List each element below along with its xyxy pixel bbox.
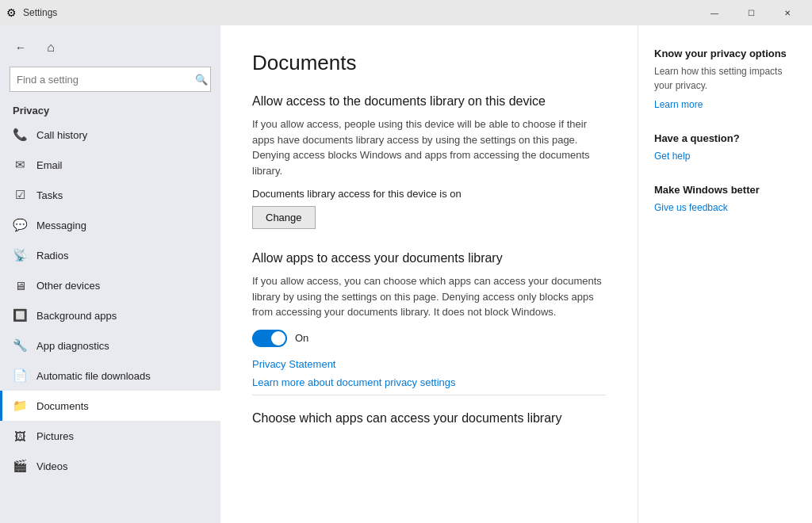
toggle-label: On	[295, 332, 308, 344]
sidebar-item-label: Messaging	[36, 220, 86, 231]
right-section-feedback: Make Windows better Give us feedback	[654, 184, 796, 213]
sidebar-item-label: Automatic file downloads	[36, 370, 151, 382]
right-section-privacy-title: Know your privacy options	[654, 48, 796, 59]
minimize-button[interactable]: —	[696, 0, 733, 25]
section1-status: Documents library access for this device…	[252, 188, 606, 200]
sidebar-item-label: Pictures	[36, 430, 74, 442]
section2-description: If you allow access, you can choose whic…	[252, 273, 606, 320]
sidebar-item-app-diagnostics[interactable]: 🔧 App diagnostics	[0, 330, 220, 361]
sidebar-item-automatic-file-downloads[interactable]: 📄 Automatic file downloads	[0, 361, 220, 391]
section1-description: If you allow access, people using this d…	[252, 116, 606, 178]
documents-icon: 📁	[13, 399, 27, 413]
right-section-question-title: Have a question?	[654, 132, 796, 144]
section-divider	[252, 395, 606, 395]
section1-title: Allow access to the documents library on…	[252, 94, 606, 109]
sidebar-item-background-apps[interactable]: 🔲 Background apps	[0, 300, 220, 330]
title-bar: ⚙ Settings — ☐ ✕	[0, 0, 812, 25]
title-bar-left: ⚙ Settings	[6, 6, 57, 19]
search-icon[interactable]: 🔍	[195, 74, 208, 86]
privacy-statement-link[interactable]: Privacy Statement	[252, 358, 606, 370]
documents-toggle[interactable]	[252, 330, 287, 347]
main-panel: Documents Allow access to the documents …	[220, 25, 638, 523]
learn-more-document-link[interactable]: Learn more about document privacy settin…	[252, 376, 606, 388]
settings-icon: ⚙	[6, 6, 17, 19]
section3-title: Choose which apps can access your docume…	[252, 411, 606, 426]
right-section-privacy: Know your privacy options Learn how this…	[654, 48, 796, 110]
sidebar-item-call-history[interactable]: 📞 Call history	[0, 120, 220, 150]
videos-icon: 🎬	[13, 459, 27, 473]
sidebar-item-label: Videos	[36, 460, 68, 472]
search-box: 🔍	[10, 67, 211, 92]
page-title: Documents	[252, 51, 606, 75]
sidebar-item-messaging[interactable]: 💬 Messaging	[0, 210, 220, 240]
title-bar-controls: — ☐ ✕	[696, 0, 806, 25]
change-button[interactable]: Change	[252, 206, 316, 229]
right-section-question: Have a question? Get help	[654, 132, 796, 162]
sidebar-item-videos[interactable]: 🎬 Videos	[0, 451, 220, 481]
get-help-link[interactable]: Get help	[654, 151, 690, 162]
maximize-button[interactable]: ☐	[733, 0, 769, 25]
sidebar-item-label: Background apps	[36, 310, 117, 322]
sidebar-item-documents[interactable]: 📁 Documents	[0, 391, 220, 421]
sidebar-item-pictures[interactable]: 🖼 Pictures	[0, 421, 220, 451]
right-panel: Know your privacy options Learn how this…	[638, 25, 812, 523]
background-apps-icon: 🔲	[13, 308, 27, 323]
app-diagnostics-icon: 🔧	[13, 338, 27, 353]
auto-download-icon: 📄	[13, 368, 27, 383]
close-button[interactable]: ✕	[769, 0, 806, 25]
email-icon: ✉	[13, 158, 27, 172]
sidebar-item-label: Other devices	[36, 280, 100, 292]
right-section-privacy-text: Learn how this setting impacts your priv…	[654, 64, 796, 93]
app-body: ← ⌂ 🔍 Privacy 📞 Call history ✉ Email ☑ T…	[0, 25, 812, 523]
sidebar-item-radios[interactable]: 📡 Radios	[0, 240, 220, 270]
give-feedback-link[interactable]: Give us feedback	[654, 202, 728, 213]
sidebar-item-label: Tasks	[36, 189, 63, 201]
toggle-row: On	[252, 330, 606, 347]
tasks-icon: ☑	[13, 188, 27, 202]
right-section-feedback-title: Make Windows better	[654, 184, 796, 196]
home-button[interactable]: ⌂	[38, 35, 63, 60]
pictures-icon: 🖼	[13, 429, 27, 443]
search-input[interactable]	[10, 67, 211, 92]
privacy-label: Privacy	[0, 98, 220, 120]
sidebar-item-label: Radios	[36, 250, 68, 262]
sidebar-item-label: Email	[36, 159, 63, 171]
sidebar-item-tasks[interactable]: ☑ Tasks	[0, 180, 220, 210]
sidebar-top: ← ⌂	[0, 25, 220, 67]
sidebar: ← ⌂ 🔍 Privacy 📞 Call history ✉ Email ☑ T…	[0, 25, 220, 523]
sidebar-item-label: Documents	[36, 400, 89, 412]
radios-icon: 📡	[13, 248, 27, 262]
sidebar-item-label: Call history	[36, 129, 87, 141]
call-history-icon: 📞	[13, 128, 27, 142]
messaging-icon: 💬	[13, 218, 27, 232]
sidebar-item-other-devices[interactable]: 🖥 Other devices	[0, 270, 220, 300]
other-devices-icon: 🖥	[13, 278, 27, 292]
sidebar-item-email[interactable]: ✉ Email	[0, 150, 220, 180]
back-button[interactable]: ←	[10, 36, 32, 59]
section2-title: Allow apps to access your documents libr…	[252, 251, 606, 265]
sidebar-item-label: App diagnostics	[36, 340, 109, 352]
title-bar-title: Settings	[23, 7, 57, 18]
learn-more-link[interactable]: Learn more	[654, 99, 703, 110]
